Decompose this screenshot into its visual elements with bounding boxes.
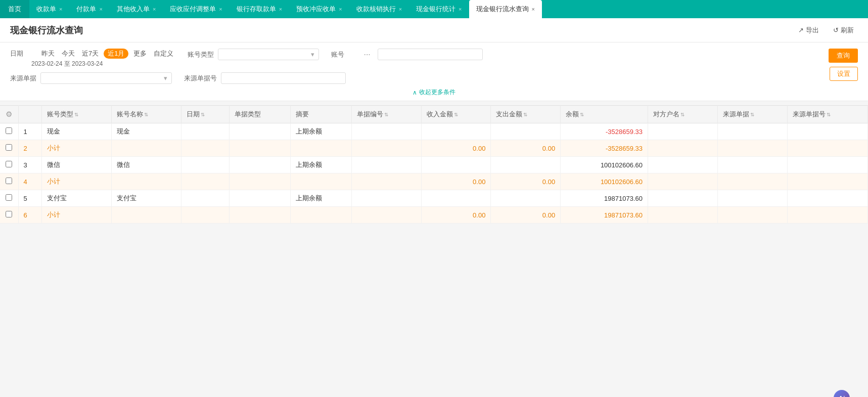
- settings-button[interactable]: 设置: [830, 67, 858, 81]
- row-index: 5: [18, 190, 42, 207]
- col-balance[interactable]: 余额⇅: [561, 106, 648, 123]
- col-acct-type[interactable]: 账号类型⇅: [42, 106, 112, 123]
- table-row: 2 小计 0.00 0.00 -3528659.33: [0, 140, 868, 157]
- row-expense: 0.00: [491, 173, 561, 190]
- close-tongji-icon[interactable]: ×: [459, 6, 462, 12]
- col-acct-name[interactable]: 账号名称⇅: [112, 106, 181, 123]
- close-yingshou-icon[interactable]: ×: [219, 6, 222, 12]
- row-source-doc: [717, 173, 787, 190]
- col-source-doc[interactable]: 来源单据⇅: [717, 106, 787, 123]
- row-checkbox[interactable]: [0, 173, 18, 190]
- nav-item-xianjintongji[interactable]: 现金银行统计 ×: [409, 0, 469, 18]
- close-fukuandan-icon[interactable]: ×: [99, 6, 102, 12]
- refresh-button[interactable]: ↺ 刷新: [829, 24, 858, 37]
- account-type-group: 账号类型 ▾: [188, 49, 319, 60]
- nav-item-yingshou[interactable]: 应收应付调整单 ×: [163, 0, 229, 18]
- close-shoukuandan-icon[interactable]: ×: [59, 6, 62, 12]
- row-date: [181, 173, 229, 190]
- sort-source-doc-icon: ⇅: [750, 112, 754, 117]
- nav-item-shoukuandan[interactable]: 收款单 ×: [29, 0, 69, 18]
- row-date: [181, 140, 229, 157]
- row-income: 0.00: [421, 207, 491, 224]
- col-doc-no[interactable]: 单据编号⇅: [351, 106, 421, 123]
- row-source-doc: [717, 123, 787, 140]
- row-date: [181, 123, 229, 140]
- date-1month[interactable]: 近1月: [104, 49, 128, 59]
- row-index: 3: [18, 157, 42, 173]
- account-dots[interactable]: ···: [360, 50, 373, 59]
- nav-item-qitashouruden[interactable]: 其他收入单 ×: [110, 0, 163, 18]
- row-doc-type: [229, 173, 290, 190]
- collapse-bar[interactable]: ∧ 收起更多条件: [10, 86, 858, 97]
- nav-item-yushou[interactable]: 预收冲应收单 ×: [289, 0, 349, 18]
- close-yushou-icon[interactable]: ×: [339, 6, 342, 12]
- source-doc-select[interactable]: ▾: [40, 72, 172, 84]
- nav-item-yinhangcunkuan[interactable]: 银行存取款单 ×: [230, 0, 289, 18]
- row-checkbox[interactable]: [0, 157, 18, 173]
- row-income: [421, 190, 491, 207]
- nav-item-liushui[interactable]: 现金银行流水查询 ×: [469, 0, 542, 18]
- close-liushui-icon[interactable]: ×: [532, 6, 535, 12]
- nav-home[interactable]: 首页: [0, 0, 29, 18]
- row-index: 1: [18, 123, 42, 140]
- row-source-doc-no: [787, 207, 867, 224]
- row-acct-type: 小计: [42, 173, 112, 190]
- date-7days[interactable]: 近7天: [80, 49, 101, 59]
- col-summary[interactable]: 摘要: [290, 106, 351, 123]
- row-acct-name: 支付宝: [112, 190, 181, 207]
- row-source-doc: [717, 190, 787, 207]
- col-expense[interactable]: 支出金额⇅: [491, 106, 561, 123]
- query-button[interactable]: 查询: [829, 49, 858, 63]
- row-index: 4: [18, 173, 42, 190]
- row-income: [421, 123, 491, 140]
- date-custom[interactable]: 自定义: [152, 49, 175, 59]
- page-title: 现金银行流水查询: [10, 24, 83, 36]
- row-checkbox[interactable]: [0, 123, 18, 140]
- account-type-select[interactable]: ▾: [218, 49, 319, 60]
- col-income[interactable]: 收入金额⇅: [421, 106, 491, 123]
- row-balance: 19871073.60: [561, 207, 648, 224]
- source-doc-group: 来源单据 ▾: [10, 72, 172, 84]
- header-actions: ↗ 导出 ↺ 刷新: [794, 24, 858, 37]
- row-doc-no: [351, 173, 421, 190]
- date-shortcuts: 昨天 今天 近7天 近1月 更多 自定义: [39, 49, 175, 59]
- row-source-doc: [717, 140, 787, 157]
- account-input[interactable]: [378, 49, 483, 60]
- row-summary: [290, 173, 351, 190]
- row-acct-name: 微信: [112, 157, 181, 173]
- row-source-doc: [717, 207, 787, 224]
- row-date: [181, 207, 229, 224]
- close-hexiao-icon[interactable]: ×: [399, 6, 402, 12]
- row-date: [181, 190, 229, 207]
- row-checkbox[interactable]: [0, 190, 18, 207]
- table-row: 3 微信 微信 上期余额 100102606.60: [0, 157, 868, 173]
- export-button[interactable]: ↗ 导出: [794, 24, 823, 37]
- source-doc-no-input[interactable]: [221, 72, 346, 84]
- row-date: [181, 157, 229, 173]
- col-counter-party[interactable]: 对方户名⇅: [648, 106, 718, 123]
- row-source-doc-no: [787, 123, 867, 140]
- nav-item-fukuandan[interactable]: 付款单 ×: [69, 0, 109, 18]
- source-doc-label: 来源单据: [10, 74, 36, 83]
- close-yinhang-icon[interactable]: ×: [279, 6, 282, 12]
- date-today[interactable]: 今天: [60, 49, 77, 59]
- row-expense: 0.00: [491, 140, 561, 157]
- sort-acct-name-icon: ⇅: [144, 112, 148, 117]
- table-row: 4 小计 0.00 0.00 100102606.60: [0, 173, 868, 190]
- row-doc-type: [229, 157, 290, 173]
- date-yesterday[interactable]: 昨天: [39, 49, 57, 59]
- col-source-doc-no[interactable]: 来源单据号⇅: [787, 106, 867, 123]
- row-checkbox[interactable]: [0, 140, 18, 157]
- col-gear[interactable]: ⚙: [0, 106, 18, 123]
- row-acct-type: 小计: [42, 207, 112, 224]
- col-date[interactable]: 日期⇅: [181, 106, 229, 123]
- nav-item-shoukuanhexiao[interactable]: 收款核销执行 ×: [349, 0, 409, 18]
- row-doc-no: [351, 157, 421, 173]
- account-group: 账号 ···: [331, 49, 483, 60]
- col-doc-type[interactable]: 单据类型: [229, 106, 290, 123]
- close-qitashouru-icon[interactable]: ×: [153, 6, 156, 12]
- date-more[interactable]: 更多: [131, 49, 149, 59]
- table-row: 1 现金 现金 上期余额 -3528659.33: [0, 123, 868, 140]
- row-checkbox[interactable]: [0, 207, 18, 224]
- row-acct-type: 现金: [42, 123, 112, 140]
